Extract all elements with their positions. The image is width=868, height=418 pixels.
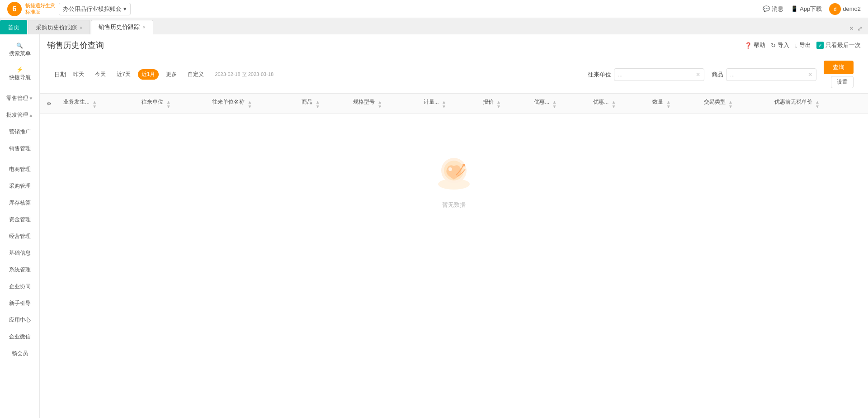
gear-icon[interactable]: ⚙ — [45, 100, 52, 107]
th-unit-label: 计量... — [424, 99, 439, 105]
sidebar-item-system[interactable]: 系统管理 — [0, 261, 39, 278]
sidebar-item-purchase[interactable]: 采购管理 — [0, 178, 39, 195]
th-partner-name[interactable]: 往来单位名称 ▲▼ — [207, 94, 296, 114]
partner-clear-icon: ✕ — [696, 71, 700, 78]
tab-home[interactable]: 首页 — [0, 20, 27, 34]
top-bar: 6 畅捷通好生意 标准版 办公用品行业模拟账套 ▾ 💬 消息 📱 App下载 d… — [0, 0, 868, 18]
data-table: ⚙ 业务发生... ▲▼ 往来单位 ▲▼ 往来单位名称 ▲▼ — [40, 94, 868, 114]
th-discount1[interactable]: 优惠... ▲▼ — [528, 94, 588, 114]
user-profile[interactable]: d demo2 — [829, 3, 861, 15]
product-input[interactable]: ... ✕ — [726, 68, 816, 81]
tab-purchase-close-icon[interactable]: × — [80, 25, 82, 30]
export-button[interactable]: ↓ 导出 — [795, 41, 811, 49]
th-trade-type[interactable]: 交易类型 ▲▼ — [698, 94, 769, 114]
tab-purchase-history[interactable]: 采购历史价跟踪 × — [28, 20, 90, 34]
sort-arrows-unit: ▲▼ — [442, 100, 446, 109]
sidebar-item-inventory[interactable]: 库存核算 — [0, 195, 39, 211]
sidebar-finance-label: 资金管理 — [9, 216, 31, 223]
sidebar-item-sales[interactable]: 销售管理 — [0, 140, 39, 157]
sidebar-purchase-label: 采购管理 — [9, 182, 31, 190]
sidebar-sales-label: 销售管理 — [9, 145, 31, 152]
date-btn-more[interactable]: 更多 — [162, 69, 180, 80]
tab-purchase-label: 采购历史价跟踪 — [36, 24, 77, 32]
th-discount2[interactable]: 优惠... ▲▼ — [588, 94, 647, 114]
sidebar-item-retail[interactable]: 零售管理 ▼ — [0, 90, 39, 107]
tab-sales-history[interactable]: 销售历史价跟踪 × — [91, 20, 153, 34]
tab-bar: 首页 采购历史价跟踪 × 销售历史价跟踪 × × ⤢ — [0, 18, 868, 34]
th-qty-label: 数量 — [652, 99, 663, 105]
sidebar-item-quicknav[interactable]: ⚡ 快捷导航 — [0, 62, 39, 86]
tab-close-all-icon[interactable]: × — [849, 24, 854, 33]
sidebar-divider-2 — [4, 159, 36, 159]
sidebar-item-guide[interactable]: 新手引导 — [0, 295, 39, 312]
setting-button[interactable]: 设置 — [831, 76, 854, 88]
svg-point-4 — [462, 164, 465, 166]
product-filter: 商品 ... ✕ — [712, 68, 816, 81]
sidebar: 🔍 搜索菜单 ⚡ 快捷导航 零售管理 ▼ 批发管理 ▲ 营销推广 销售管理 电商… — [0, 34, 40, 418]
th-price-label: 报价 — [483, 99, 494, 105]
retail-expand-icon: ▼ — [29, 96, 33, 101]
avatar: d — [829, 3, 841, 15]
sidebar-item-basic[interactable]: 基础信息 — [0, 245, 39, 261]
content-area: 销售历史价查询 ❓ 帮助 ↻ 导入 ↓ 导出 ✓ — [40, 34, 868, 418]
th-partner-name-label: 往来单位名称 — [212, 99, 245, 105]
date-btn-7days[interactable]: 近7天 — [113, 69, 134, 80]
username: demo2 — [843, 5, 861, 12]
app-download-button[interactable]: 📱 App下载 — [791, 5, 822, 13]
sidebar-item-wechat[interactable]: 企业微信 — [0, 328, 39, 345]
sort-arrows-discount1: ▲▼ — [552, 100, 557, 109]
th-qty[interactable]: 数量 ▲▼ — [647, 94, 698, 114]
help-button[interactable]: ❓ 帮助 — [745, 41, 765, 49]
query-button[interactable]: 查询 — [824, 61, 854, 74]
sidebar-item-apps[interactable]: 应用中心 — [0, 312, 39, 328]
tab-sales-close-icon[interactable]: × — [142, 24, 145, 30]
date-btn-today[interactable]: 今天 — [91, 69, 109, 80]
th-spec[interactable]: 规格型号 ▲▼ — [348, 94, 418, 114]
th-price[interactable]: 报价 ▲▼ — [477, 94, 528, 114]
sidebar-item-search[interactable]: 🔍 搜索菜单 — [0, 38, 39, 62]
sidebar-item-member[interactable]: 畅会员 — [0, 345, 39, 362]
empty-text: 暂无数据 — [442, 201, 466, 209]
brand-name: 畅捷通好生意 — [25, 3, 55, 9]
sidebar-member-label: 畅会员 — [12, 350, 28, 357]
th-product[interactable]: 商品 ▲▼ — [296, 94, 347, 114]
only-last-checkbox[interactable]: ✓ 只看最后一次 — [816, 41, 861, 49]
sidebar-apps-label: 应用中心 — [9, 316, 31, 324]
import-button[interactable]: ↻ 导入 — [771, 41, 789, 49]
table-header: ⚙ 业务发生... ▲▼ 往来单位 ▲▼ 往来单位名称 ▲▼ — [40, 94, 868, 114]
date-btn-yesterday[interactable]: 昨天 — [70, 69, 88, 80]
account-selector[interactable]: 办公用品行业模拟账套 ▾ — [59, 3, 131, 15]
brand-sub: 标准版 — [25, 9, 55, 15]
date-btn-custom[interactable]: 自定义 — [184, 69, 208, 80]
sidebar-item-operations[interactable]: 经营管理 — [0, 228, 39, 245]
tab-expand-icon[interactable]: ⤢ — [857, 25, 863, 32]
th-spec-label: 规格型号 — [353, 99, 375, 105]
sidebar-item-marketing[interactable]: 营销推广 — [0, 124, 39, 140]
sort-arrows-partner-code: ▲▼ — [166, 100, 171, 109]
sort-arrows-qty: ▲▼ — [666, 100, 671, 109]
sidebar-item-wholesale[interactable]: 批发管理 ▲ — [0, 107, 39, 124]
sidebar-item-finance[interactable]: 资金管理 — [0, 211, 39, 228]
sort-arrows-partner-name: ▲▼ — [248, 100, 252, 109]
page-title-row: 销售历史价查询 ❓ 帮助 ↻ 导入 ↓ 导出 ✓ — [47, 40, 861, 51]
import-label: 导入 — [778, 41, 789, 49]
export-icon: ↓ — [795, 42, 798, 49]
filter-buttons: 查询 设置 — [824, 61, 854, 88]
th-pretax-price[interactable]: 优惠前无税单价 ▲▼ — [769, 94, 868, 114]
quicknav-icon: ⚡ — [16, 66, 23, 73]
sidebar-inventory-label: 库存核算 — [9, 199, 31, 207]
sidebar-item-ecommerce[interactable]: 电商管理 — [0, 161, 39, 178]
th-partner-code-label: 往来单位 — [142, 99, 163, 105]
sidebar-quicknav-label: 快捷导航 — [9, 74, 31, 81]
partner-input[interactable]: ... ✕ — [614, 68, 704, 81]
th-partner-code[interactable]: 往来单位 ▲▼ — [136, 94, 207, 114]
only-last-label: 只看最后一次 — [826, 41, 861, 49]
sidebar-wechat-label: 企业微信 — [9, 333, 31, 341]
th-biz-date[interactable]: 业务发生... ▲▼ — [58, 94, 136, 114]
th-unit[interactable]: 计量... ▲▼ — [418, 94, 477, 114]
date-btn-1month[interactable]: 近1月 — [138, 69, 159, 80]
sidebar-item-collab[interactable]: 企业协同 — [0, 278, 39, 295]
sidebar-basic-label: 基础信息 — [9, 249, 31, 257]
message-button[interactable]: 💬 消息 — [763, 5, 783, 13]
dropdown-arrow-icon: ▾ — [123, 5, 127, 12]
